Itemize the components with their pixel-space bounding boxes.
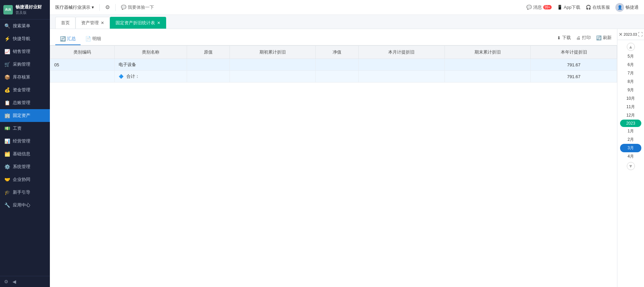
row-monthly-depreciation bbox=[358, 59, 444, 71]
sidebar-item-quicknav[interactable]: ⚡ 快捷导航 bbox=[0, 32, 50, 45]
table-row[interactable]: 05 电子设备 791.67 bbox=[50, 59, 617, 71]
refresh-action-btn[interactable]: 🔄 刷新 bbox=[596, 35, 612, 41]
search-icon: 🔍 bbox=[4, 23, 10, 29]
right-panel-expand-button[interactable]: ⛶ bbox=[638, 32, 643, 37]
sidebar-item-inventory[interactable]: 📦 库存核算 bbox=[0, 71, 50, 84]
topbar: 医疗器械行业演示 ▾ ⚙ 💬 我要体验一下 💬 消息 99+ 📱 App下载 🎧… bbox=[50, 0, 644, 15]
operations-icon: 📊 bbox=[4, 138, 10, 144]
row-category-code: 05 bbox=[50, 59, 115, 71]
notification-button[interactable]: 💬 消息 99+ bbox=[526, 4, 552, 10]
date-month-12[interactable]: 12月 bbox=[617, 111, 644, 120]
sidebar-label-appcenter: 应用中心 bbox=[13, 202, 30, 208]
date-month-3[interactable]: 3月 bbox=[620, 144, 641, 152]
settings-bottom-icon[interactable]: ⚙ bbox=[4, 279, 8, 284]
tab-assets[interactable]: 资产管理 ✕ bbox=[75, 17, 110, 29]
date-month-9[interactable]: 9月 bbox=[617, 86, 644, 94]
tab-home[interactable]: 首页 bbox=[55, 17, 75, 29]
download-button[interactable]: 📱 App下载 bbox=[557, 4, 580, 10]
main-panel: 🔄 汇总 📄 明细 ⬇ 下载 🖨 打印 bbox=[50, 29, 617, 287]
row-annual-depreciation: 791.67 bbox=[531, 59, 617, 71]
subtotal-label: 🔷 合计： bbox=[115, 71, 187, 83]
sidebar-item-operations[interactable]: 📊 经营管理 bbox=[0, 135, 50, 148]
sidebar-label-inventory: 库存核算 bbox=[13, 74, 30, 80]
subtotal-original-value bbox=[187, 71, 230, 83]
tab-depreciation-close[interactable]: ✕ bbox=[157, 21, 160, 25]
inventory-icon: 📦 bbox=[4, 74, 10, 80]
subtotal-code bbox=[50, 71, 115, 83]
date-month-11[interactable]: 11月 bbox=[617, 103, 644, 111]
quicknav-icon: ⚡ bbox=[4, 36, 10, 41]
sidebar-item-basicinfo[interactable]: 🗂️ 基础信息 bbox=[0, 148, 50, 160]
print-action-btn[interactable]: 🖨 打印 bbox=[576, 35, 591, 41]
sidebar-item-sales[interactable]: 📈 销售管理 bbox=[0, 45, 50, 58]
sidebar-label-quicknav: 快捷导航 bbox=[13, 36, 30, 42]
sidebar-label-ledger: 总账管理 bbox=[13, 100, 30, 106]
date-month-4[interactable]: 4月 bbox=[617, 152, 644, 161]
sidebar-item-payroll[interactable]: 💵 工资 bbox=[0, 122, 50, 135]
summary-tab-icon: 🔄 bbox=[60, 36, 66, 41]
sidebar-label-search: 搜索菜单 bbox=[13, 23, 30, 29]
date-down-nav[interactable]: ▼ bbox=[627, 162, 635, 170]
experience-button[interactable]: 💬 我要体验一下 bbox=[121, 4, 154, 10]
cooperation-icon: 🤝 bbox=[4, 177, 10, 182]
tab-depreciation-label: 固定资产折旧统计表 bbox=[116, 20, 155, 26]
sidebar-scroll: 🔍 搜索菜单 ⚡ 快捷导航 📈 销售管理 🛒 采购管理 📦 库存核算 💰 资金管… bbox=[0, 20, 50, 276]
subtab-summary[interactable]: 🔄 汇总 bbox=[55, 33, 81, 45]
sidebar-item-guide[interactable]: 🎓 新手引导 bbox=[0, 186, 50, 199]
sidebar-item-purchase[interactable]: 🛒 采购管理 bbox=[0, 58, 50, 71]
ledger-icon: 📋 bbox=[4, 100, 10, 105]
username: 畅捷通 bbox=[625, 4, 639, 10]
download-action-btn[interactable]: ⬇ 下载 bbox=[557, 35, 571, 41]
company-selector[interactable]: 医疗器械行业演示 ▾ bbox=[55, 4, 94, 10]
right-panel-close-button[interactable]: ✕ bbox=[619, 32, 623, 37]
date-month-6[interactable]: 6月 bbox=[617, 61, 644, 69]
download-action-icon: ⬇ bbox=[557, 35, 561, 40]
collapse-icon[interactable]: ◀ bbox=[12, 279, 16, 284]
sidebar-item-cooperation[interactable]: 🤝 企业协同 bbox=[0, 173, 50, 186]
support-button[interactable]: 🎧 在线客服 bbox=[586, 4, 610, 10]
subtab-detail-label: 明细 bbox=[92, 36, 101, 42]
sidebar-item-funds[interactable]: 💰 资金管理 bbox=[0, 84, 50, 96]
current-period: 2023.03 bbox=[624, 32, 637, 36]
subtab-detail[interactable]: 📄 明细 bbox=[81, 33, 106, 45]
user-info[interactable]: 👤 畅捷通 bbox=[615, 3, 639, 12]
sidebar-item-system[interactable]: ⚙️ 系统管理 bbox=[0, 160, 50, 173]
date-up-nav[interactable]: ▲ bbox=[627, 43, 635, 51]
experience-icon: 💬 bbox=[121, 5, 126, 10]
sidebar-item-ledger[interactable]: 📋 总账管理 bbox=[0, 96, 50, 109]
tab-home-label: 首页 bbox=[61, 20, 70, 26]
topbar-divider bbox=[99, 4, 100, 11]
date-month-2[interactable]: 2月 bbox=[617, 135, 644, 144]
sidebar-item-search[interactable]: 🔍 搜索菜单 bbox=[0, 20, 50, 32]
right-panel-header: ✕ 2023.03 ⛶ bbox=[617, 29, 644, 40]
tab-assets-close[interactable]: ✕ bbox=[101, 21, 104, 25]
topbar-right: 💬 消息 99+ 📱 App下载 🎧 在线客服 👤 畅捷通 bbox=[526, 3, 639, 12]
sidebar-label-payroll: 工资 bbox=[13, 125, 22, 131]
subtotal-accumulated-depreciation bbox=[229, 71, 316, 83]
tab-depreciation[interactable]: 固定资产折旧统计表 ✕ bbox=[110, 17, 166, 29]
date-month-5[interactable]: 5月 bbox=[617, 52, 644, 61]
year-badge-2023[interactable]: 2023 bbox=[620, 120, 641, 127]
detail-tab-icon: 📄 bbox=[85, 36, 91, 41]
system-icon: ⚙️ bbox=[4, 164, 10, 169]
subtotal-annual-depreciation: 791.67 bbox=[531, 71, 617, 83]
topbar-settings-icon[interactable]: ⚙ bbox=[105, 4, 110, 10]
date-month-7[interactable]: 7月 bbox=[617, 69, 644, 77]
sidebar-label-funds: 资金管理 bbox=[13, 87, 30, 93]
notification-badge: 99+ bbox=[543, 5, 552, 9]
date-list: ▲ 5月 6月 7月 8月 9月 10月 11月 12月 2023 1月 2月 … bbox=[617, 40, 644, 287]
subtab-summary-label: 汇总 bbox=[67, 36, 76, 42]
sidebar-item-appcenter[interactable]: 🔧 应用中心 bbox=[0, 199, 50, 212]
sidebar-label-fixedassets: 固定资产 bbox=[13, 113, 30, 119]
app-title: 畅捷通好业财 bbox=[16, 4, 42, 10]
col-period-end-depreciation: 期末累计折旧 bbox=[444, 46, 531, 59]
col-monthly-depreciation: 本月计提折旧 bbox=[358, 46, 444, 59]
date-month-8[interactable]: 8月 bbox=[617, 77, 644, 86]
date-month-10[interactable]: 10月 bbox=[617, 94, 644, 103]
topbar-divider2 bbox=[115, 4, 116, 11]
row-period-end-depreciation bbox=[444, 59, 531, 71]
date-month-1[interactable]: 1月 bbox=[617, 127, 644, 135]
sidebar-item-fixedassets[interactable]: 🏢 固定资产 bbox=[0, 109, 50, 122]
subtotal-net-value bbox=[316, 71, 359, 83]
depreciation-table: 类别编码 类别名称 原值 期初累计折旧 净值 本月计提折旧 期末累计折旧 本年计… bbox=[50, 45, 617, 83]
